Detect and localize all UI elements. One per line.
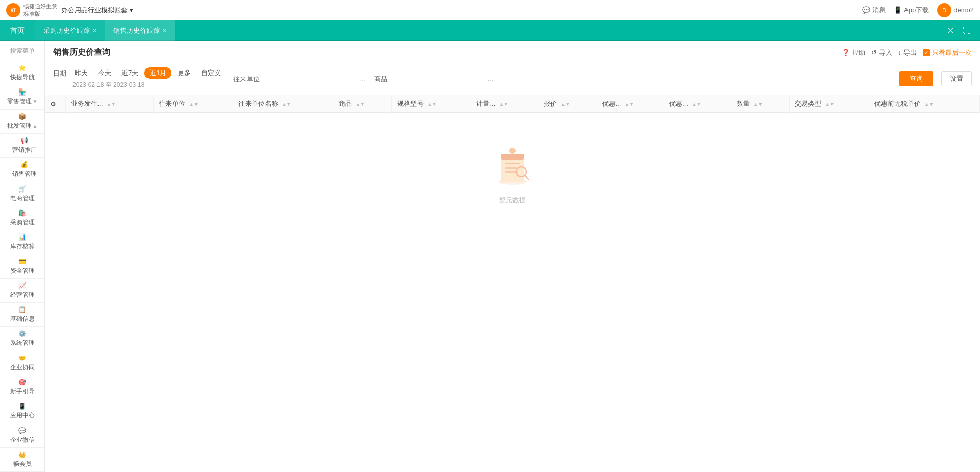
tab-purchase-history[interactable]: 采购历史价跟踪 × xyxy=(35,20,105,41)
query-button[interactable]: 查询 xyxy=(899,71,933,86)
date-range-display: 2023-02-18 至 2023-03-18 xyxy=(72,81,225,89)
th-discount1-label: 优惠... xyxy=(602,100,621,107)
th-pretax-price[interactable]: 优惠前无税单价 ▲▼ xyxy=(869,95,979,113)
user-area[interactable]: D demo2 xyxy=(937,3,974,17)
sort-arrows-discount1: ▲▼ xyxy=(625,102,634,107)
th-biz-date-label: 业务发生... xyxy=(71,100,103,107)
sort-arrows-goods: ▲▼ xyxy=(356,102,365,107)
th-partner-name-label: 往来单位名称 xyxy=(238,100,278,107)
sort-arrows-partner-name: ▲▼ xyxy=(282,102,291,107)
th-unit-label: 计量... xyxy=(476,100,495,107)
sort-arrows-pretax-price: ▲▼ xyxy=(924,102,934,107)
sidebar-item-search[interactable]: 搜索菜单 xyxy=(0,41,44,61)
sidebar-item-marketing[interactable]: 📢 营销推广 xyxy=(0,134,44,158)
finance-icon: 💳 xyxy=(18,258,26,265)
message-btn[interactable]: 💬 消息 xyxy=(862,6,886,15)
only-last-checkbox[interactable]: ✓ 只看最后一次 xyxy=(923,48,972,57)
ecommerce-icon: 🛒 xyxy=(18,185,26,193)
sidebar-item-retail[interactable]: 🏪 零售管理 ▼ xyxy=(0,85,44,109)
date-opt-more[interactable]: 更多 xyxy=(174,67,195,79)
maximize-btn[interactable]: ⛶ xyxy=(960,23,974,38)
content-area: 销售历史价查询 ❓ 帮助 ↺ 导入 ↓ 导出 ✓ 只看最后一次 xyxy=(45,41,980,472)
search-menu-label: 搜索菜单 xyxy=(10,46,35,55)
filter-area: 日期 昨天 今天 近7天 近1月 更多 自定义 2023-02-18 至 202… xyxy=(45,62,980,95)
date-opt-custom[interactable]: 自定义 xyxy=(197,67,225,79)
sidebar-item-basic[interactable]: 📋 基础信息 xyxy=(0,303,44,327)
sidebar-item-newbie[interactable]: 🎯 新手引导 xyxy=(0,375,44,399)
date-opt-today[interactable]: 今天 xyxy=(94,67,115,79)
date-label: 日期 xyxy=(53,67,66,78)
download-icon: 📱 xyxy=(894,6,902,14)
logo-text: 畅捷通好生意 标准版 xyxy=(23,3,57,17)
sort-arrows-unit: ▲▼ xyxy=(499,102,508,107)
sidebar-item-shortcuts[interactable]: ⭐ 快捷导航 xyxy=(0,61,44,85)
sidebar-item-sales[interactable]: 💰 销售管理 xyxy=(0,158,44,182)
th-quote[interactable]: 报价 ▲▼ xyxy=(538,95,597,113)
th-partner-name[interactable]: 往来单位名称 ▲▼ xyxy=(233,95,333,113)
data-table: ⚙ 业务发生... ▲▼ 往来单位 ▲▼ 往来单位名称 ▲▼ xyxy=(45,95,980,113)
tab-sales-history-close[interactable]: × xyxy=(163,27,166,34)
sidebar-item-apps[interactable]: 📱 应用中心 xyxy=(0,399,44,423)
import-btn[interactable]: ↺ 导入 xyxy=(871,48,892,57)
no-data-svg xyxy=(489,144,535,190)
logo-icon: 好 xyxy=(6,3,20,17)
app-selector[interactable]: 办公用品行业模拟账套 ▾ xyxy=(61,6,133,15)
sidebar-item-wechat[interactable]: 💬 企业微信 xyxy=(0,423,44,447)
help-btn[interactable]: ❓ 帮助 xyxy=(842,48,865,57)
app-download-btn[interactable]: 📱 App下载 xyxy=(894,6,929,15)
th-qty[interactable]: 数量 ▲▼ xyxy=(731,95,789,113)
sidebar-item-ecommerce[interactable]: 🛒 电商管理 xyxy=(0,182,44,206)
sidebar-item-finance[interactable]: 💳 资金管理 xyxy=(0,254,44,278)
purchase-icon: 🛍️ xyxy=(18,209,26,217)
th-partner-code[interactable]: 往来单位 ▲▼ xyxy=(154,95,233,113)
th-discount1[interactable]: 优惠... ▲▼ xyxy=(597,95,664,113)
date-options-group: 昨天 今天 近7天 近1月 更多 自定义 2023-02-18 至 2023-0… xyxy=(70,67,225,89)
goods-more-btn[interactable]: ... xyxy=(487,74,494,82)
date-opt-last7[interactable]: 近7天 xyxy=(117,67,142,79)
th-biz-date[interactable]: 业务发生... ▲▼ xyxy=(65,95,154,113)
logo-area: 好 畅捷通好生意 标准版 xyxy=(6,3,57,17)
th-quote-label: 报价 xyxy=(544,100,557,107)
th-gear[interactable]: ⚙ xyxy=(45,95,65,113)
tab-sales-history-label: 销售历史价跟踪 xyxy=(113,26,160,35)
export-btn[interactable]: ↓ 导出 xyxy=(898,48,917,57)
goods-input[interactable] xyxy=(391,73,483,83)
sidebar-item-corp[interactable]: 🤝 企业协同 xyxy=(0,351,44,375)
sidebar-item-vip[interactable]: 👑 畅会员 xyxy=(0,448,44,472)
date-options: 昨天 今天 近7天 近1月 更多 自定义 xyxy=(70,67,225,79)
wholesale-icon: 📦 xyxy=(18,113,26,120)
th-trade-type[interactable]: 交易类型 ▲▼ xyxy=(790,95,869,113)
tab-home[interactable]: 首页 xyxy=(0,20,35,41)
sort-arrows-qty: ▲▼ xyxy=(753,102,763,107)
th-pretax-price-label: 优惠前无税单价 xyxy=(874,100,921,107)
partner-more-btn[interactable]: ... xyxy=(360,74,366,82)
goods-label: 商品 xyxy=(374,73,387,84)
close-window-btn[interactable]: ✕ xyxy=(943,23,958,38)
filter-right-actions: 查询 xyxy=(899,71,933,86)
sidebar-item-wholesale[interactable]: 📦 批发管理 ▲ xyxy=(0,110,44,134)
tab-sales-history[interactable]: 销售历史价跟踪 × xyxy=(105,20,175,41)
chevron-down-icon: ▾ xyxy=(130,6,133,14)
sidebar-item-system[interactable]: ⚙️ 系统管理 xyxy=(0,327,44,351)
partner-input[interactable] xyxy=(264,73,356,83)
sidebar-item-inventory[interactable]: 📊 库存核算 xyxy=(0,230,44,254)
th-spec[interactable]: 规格型号 ▲▼ xyxy=(391,95,471,113)
help-icon: ❓ xyxy=(842,49,850,56)
sort-arrows-discount2: ▲▼ xyxy=(692,102,701,107)
tab-purchase-history-close[interactable]: × xyxy=(93,27,96,34)
table-gear-icon[interactable]: ⚙ xyxy=(50,100,56,108)
avatar: D xyxy=(937,3,951,17)
sidebar-item-operations[interactable]: 📈 经营管理 xyxy=(0,279,44,303)
date-opt-last1m[interactable]: 近1月 xyxy=(144,67,172,79)
retail-icon: 🏪 xyxy=(18,88,26,96)
settings-button[interactable]: 设置 xyxy=(941,71,972,86)
topbar-left: 好 畅捷通好生意 标准版 办公用品行业模拟账套 ▾ xyxy=(6,3,133,17)
export-icon: ↓ xyxy=(898,49,902,56)
date-opt-yesterday[interactable]: 昨天 xyxy=(70,67,92,79)
tab-purchase-history-label: 采购历史价跟踪 xyxy=(43,26,90,35)
sidebar-item-purchase[interactable]: 🛍️ 采购管理 xyxy=(0,206,44,230)
svg-line-7 xyxy=(525,175,528,179)
th-discount2[interactable]: 优惠... ▲▼ xyxy=(664,95,731,113)
th-unit[interactable]: 计量... ▲▼ xyxy=(471,95,538,113)
th-goods[interactable]: 商品 ▲▼ xyxy=(333,95,391,113)
